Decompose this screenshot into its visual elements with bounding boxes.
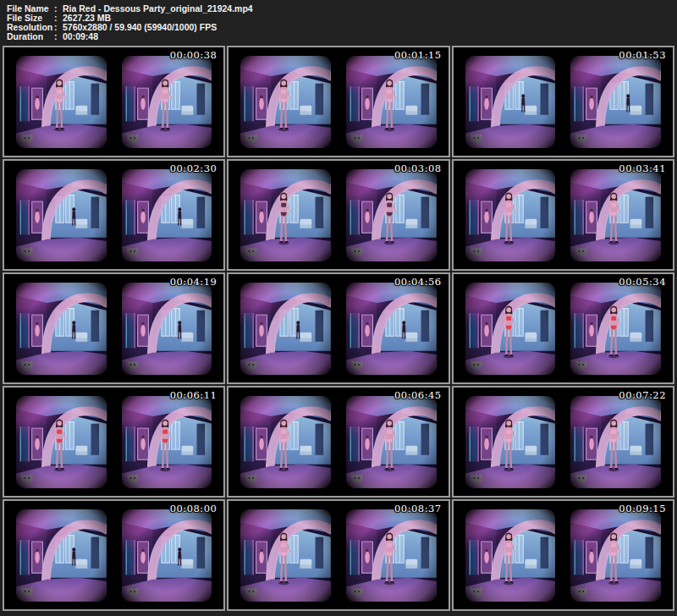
file-info-label: Duration [7, 32, 54, 41]
stereo-right-eye [122, 169, 212, 261]
thumbnail-cell: 00:05:34 [452, 272, 674, 384]
stereo-pair [16, 283, 212, 375]
thumbnail-cell: 00:03:41 [452, 159, 674, 271]
thumbnail-cell: 00:06:45 [227, 386, 449, 498]
vr-scene [240, 396, 331, 488]
vr-scene [240, 56, 331, 148]
stereo-right-eye [122, 283, 212, 375]
file-info-separator: : [54, 32, 63, 41]
vr-scene [465, 509, 556, 602]
stereo-left-eye [240, 509, 331, 602]
timestamp-label: 00:08:00 [170, 503, 217, 514]
vignette-overlay [570, 396, 661, 488]
stereo-pair [465, 283, 661, 375]
stereo-pair [16, 169, 212, 261]
vignette-overlay [16, 396, 107, 488]
thumbnail-cell: 00:04:56 [227, 272, 449, 384]
thumbnail-cell: 00:09:15 [452, 499, 674, 611]
stereo-right-eye [570, 396, 661, 488]
vr-scene [465, 396, 556, 488]
stereo-right-eye [346, 396, 437, 488]
vignette-overlay [122, 283, 212, 375]
stereo-pair [16, 396, 212, 488]
vignette-overlay [570, 169, 661, 261]
vignette-overlay [465, 56, 556, 148]
timestamp-label: 00:04:19 [170, 276, 217, 288]
vignette-overlay [240, 396, 331, 488]
vr-scene [122, 169, 212, 261]
stereo-left-eye [240, 56, 331, 148]
vignette-overlay [465, 169, 556, 261]
vignette-overlay [570, 56, 661, 148]
timestamp-label: 00:01:53 [619, 49, 666, 61]
vignette-overlay [240, 169, 331, 261]
stereo-right-eye [346, 509, 437, 602]
vignette-overlay [570, 283, 661, 375]
thumbnail-cell: 00:08:37 [227, 499, 449, 611]
vr-scene [570, 396, 661, 488]
timestamp-label: 00:09:15 [619, 503, 666, 514]
stereo-right-eye [122, 56, 212, 148]
file-info-header: File Name : Ria Red - Dessous Party_orig… [0, 0, 677, 44]
stereo-left-eye [465, 509, 556, 602]
vignette-overlay [346, 509, 437, 602]
stereo-pair [240, 283, 436, 375]
stereo-left-eye [240, 396, 331, 488]
stereo-right-eye [570, 509, 661, 602]
thumbnail-cell: 00:01:53 [452, 46, 674, 157]
stereo-left-eye [240, 283, 331, 375]
vignette-overlay [465, 509, 556, 602]
vr-scene [465, 56, 556, 148]
vignette-overlay [346, 283, 437, 375]
vr-scene [570, 509, 661, 602]
stereo-pair [240, 56, 436, 148]
thumbnail-cell: 00:01:15 [227, 46, 449, 157]
stereo-left-eye [16, 283, 107, 375]
thumbnail-cell: 00:00:38 [3, 46, 225, 157]
vignette-overlay [346, 169, 437, 261]
vr-scene [16, 283, 107, 375]
timestamp-label: 00:05:34 [619, 276, 666, 288]
vr-scene [570, 283, 661, 375]
stereo-pair [465, 396, 661, 488]
stereo-right-eye [346, 169, 437, 261]
vignette-overlay [346, 396, 437, 488]
stereo-right-eye [570, 169, 661, 261]
timestamp-label: 00:03:08 [394, 162, 442, 174]
vignette-overlay [122, 169, 212, 261]
stereo-left-eye [16, 509, 107, 602]
vignette-overlay [465, 396, 556, 488]
vignette-overlay [122, 56, 212, 148]
thumbnail-cell: 00:06:11 [3, 386, 225, 498]
vr-scene [346, 56, 437, 148]
vignette-overlay [16, 169, 107, 261]
timestamp-label: 00:03:41 [619, 162, 666, 174]
timestamp-label: 00:08:37 [394, 503, 442, 514]
vr-scene [346, 396, 437, 488]
stereo-left-eye [16, 56, 107, 148]
vr-scene [16, 396, 107, 488]
file-info-row: Duration : 00:09:48 [7, 32, 670, 41]
vr-scene [346, 169, 437, 261]
stereo-right-eye [346, 56, 437, 148]
thumbnail-grid: 00:00:38 [0, 44, 677, 613]
contact-sheet-page: File Name : Ria Red - Dessous Party_orig… [0, 0, 677, 616]
vignette-overlay [16, 509, 107, 602]
file-info-row: Resolution : 5760x2880 / 59.940 (59940/1… [7, 23, 670, 32]
vignette-overlay [122, 509, 212, 602]
vr-scene [346, 509, 437, 602]
vr-scene [122, 396, 212, 488]
stereo-pair [465, 509, 661, 602]
vignette-overlay [346, 56, 437, 148]
vr-scene [16, 56, 107, 148]
stereo-pair [465, 169, 661, 261]
stereo-right-eye [570, 283, 661, 375]
vr-scene [122, 56, 212, 148]
thumbnail-cell: 00:08:00 [3, 499, 225, 611]
thumbnail-cell: 00:03:08 [227, 159, 449, 271]
stereo-right-eye [122, 509, 212, 602]
stereo-left-eye [465, 283, 556, 375]
timestamp-label: 00:00:38 [170, 49, 217, 61]
thumbnail-cell: 00:02:30 [3, 159, 225, 271]
vr-scene [465, 283, 556, 375]
